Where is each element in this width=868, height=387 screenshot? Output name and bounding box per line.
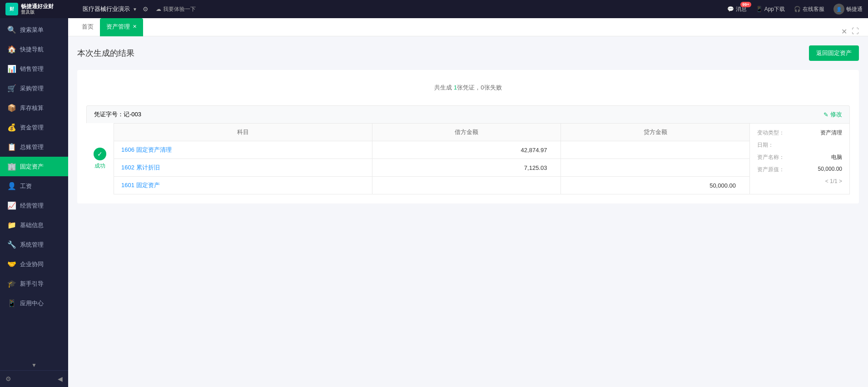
sidebar-item-ledger[interactable]: 📋 总账管理 — [0, 137, 68, 157]
sidebar-item-enterprise[interactable]: 🤝 企业协同 — [0, 254, 68, 274]
company-name: 医疗器械行业演示 — [83, 5, 130, 13]
company-selector[interactable]: 医疗器械行业演示 ▼ — [83, 5, 137, 13]
trial-button[interactable]: ☁ 我要体验一下 — [156, 5, 196, 13]
page-content: 本次生成的结果 返回固定资产 共生成 1张凭证，0张失败 凭证字号：记-003 … — [68, 36, 868, 387]
building-icon: 🏢 — [7, 162, 15, 171]
pagination: < 1/1 > — [757, 178, 842, 184]
sidebar-scroll-down[interactable]: ▼ — [0, 360, 68, 370]
voucher-header: 凭证字号：记-003 ✎ 修改 — [86, 105, 850, 123]
change-type-value: 资产清理 — [820, 129, 842, 137]
sidebar-item-guide[interactable]: 🎓 新手引导 — [0, 274, 68, 293]
close-panel-icon[interactable]: ✕ — [841, 27, 847, 36]
sidebar-label-fixed-assets: 固定资产 — [20, 163, 44, 171]
cell-credit-2 — [561, 159, 750, 177]
tab-home[interactable]: 首页 — [75, 18, 100, 36]
tab-home-label: 首页 — [82, 23, 94, 31]
pagination-text[interactable]: < 1/1 > — [825, 178, 842, 184]
graduate-icon: 🎓 — [7, 279, 15, 288]
sidebar-label-search: 搜索菜单 — [20, 26, 44, 34]
apps-icon: 📱 — [7, 299, 15, 308]
sidebar-label-ledger: 总账管理 — [20, 143, 44, 151]
success-icon: ✓ — [94, 148, 106, 160]
box-icon: 📦 — [7, 104, 15, 112]
sidebar-item-search[interactable]: 🔍 搜索菜单 — [0, 20, 68, 40]
message-badge: 99+ — [740, 2, 751, 7]
sidebar-menu: 🔍 搜索菜单 🏠 快捷导航 📊 销售管理 🛒 采购管理 📦 库存核算 💰 — [0, 18, 68, 360]
message-button[interactable]: 💬 消息 99+ — [727, 5, 747, 13]
sidebar-item-basic-info[interactable]: 📁 基础信息 — [0, 215, 68, 235]
user-area[interactable]: 👤 畅捷通 — [833, 4, 863, 15]
headset-icon: 🎧 — [794, 6, 801, 12]
asset-name-label: 资产名称： — [757, 154, 784, 161]
trial-label: 我要体验一下 — [163, 5, 196, 13]
sidebar-item-system[interactable]: 🔧 系统管理 — [0, 235, 68, 254]
asset-name-value: 电脑 — [831, 154, 842, 161]
col-debit: 借方金额 — [372, 124, 561, 141]
collapse-icon[interactable]: ◀ — [58, 375, 63, 382]
tab-assets-mgmt[interactable]: 资产管理 ✕ — [100, 18, 143, 36]
app-download-button[interactable]: 📱 App下载 — [756, 5, 785, 13]
table-header-row: 科目 借方金额 贷方金额 — [114, 124, 750, 141]
voucher-table: 科目 借方金额 贷方金额 1606 固定资产清理 42,874.97 — [114, 123, 750, 194]
sidebar-item-operation[interactable]: 📈 经营管理 — [0, 196, 68, 215]
logo-title: 畅捷通好业财 — [21, 3, 54, 10]
main-layout: 🔍 搜索菜单 🏠 快捷导航 📊 销售管理 🛒 采购管理 📦 库存核算 💰 — [0, 18, 868, 387]
date-label: 日期： — [757, 141, 774, 149]
sidebar-item-sales[interactable]: 📊 销售管理 — [0, 59, 68, 79]
person-icon: 👤 — [7, 182, 15, 190]
cloud-icon: ☁ — [156, 6, 161, 12]
row-with-status: ✓ 成功 科目 借方金额 贷方金额 — [86, 123, 750, 194]
sidebar-footer: ⚙ ◀ — [0, 370, 68, 387]
sidebar-label-inventory: 库存核算 — [20, 104, 44, 112]
sidebar-item-finance[interactable]: 💰 资金管理 — [0, 118, 68, 137]
sidebar-label-operation: 经营管理 — [20, 202, 44, 210]
gear-icon[interactable]: ⚙ — [5, 375, 11, 382]
expand-panel-icon[interactable]: ⛶ — [852, 27, 859, 36]
sidebar-label-guide: 新手引导 — [20, 280, 44, 288]
online-service-label: 在线客服 — [803, 5, 824, 13]
sidebar-item-quick-nav[interactable]: 🏠 快捷导航 — [0, 40, 68, 59]
info-change-type: 变动类型： 资产清理 — [757, 129, 842, 137]
cell-debit-3 — [372, 177, 561, 194]
sidebar-item-salary[interactable]: 👤 工资 — [0, 176, 68, 196]
online-service-button[interactable]: 🎧 在线客服 — [794, 5, 824, 13]
logo-area: 财 畅捷通好业财 普及版 — [5, 3, 74, 15]
page-title-row: 本次生成的结果 返回固定资产 — [77, 45, 859, 61]
top-header: 财 畅捷通好业财 普及版 医疗器械行业演示 ▼ ⚙ ☁ 我要体验一下 💬 消息 … — [0, 0, 868, 18]
edit-button[interactable]: ✎ 修改 — [823, 110, 842, 119]
table-main-area: ✓ 成功 科目 借方金额 贷方金额 — [86, 123, 850, 194]
chevron-down-icon: ▼ — [133, 7, 137, 12]
info-date: 日期： — [757, 141, 842, 149]
return-button[interactable]: 返回固定资产 — [809, 45, 859, 61]
sidebar-item-purchase[interactable]: 🛒 采购管理 — [0, 79, 68, 98]
status-label: 成功 — [94, 162, 105, 170]
summary-text-mid: 张凭证， — [457, 84, 481, 91]
sidebar-label-sales: 销售管理 — [20, 65, 44, 73]
page-title: 本次生成的结果 — [77, 48, 134, 59]
info-original-value: 资产原值： 50,000.00 — [757, 166, 842, 174]
tabs-bar: 首页 资产管理 ✕ — [68, 18, 868, 36]
sidebar-item-inventory[interactable]: 📦 库存核算 — [0, 98, 68, 118]
cell-debit-1: 42,874.97 — [372, 141, 561, 159]
sidebar-label-enterprise: 企业协同 — [20, 260, 44, 268]
result-panel: 共生成 1张凭证，0张失败 凭证字号：记-003 ✎ 修改 — [77, 70, 859, 203]
table-left: ✓ 成功 科目 借方金额 贷方金额 — [86, 123, 750, 194]
cell-credit-3: 50,000.00 — [561, 177, 750, 194]
settings-icon[interactable]: ⚙ — [143, 5, 149, 13]
cell-subject-3: 1601 固定资产 — [114, 177, 372, 194]
avatar: 👤 — [833, 4, 844, 15]
voucher-number: 凭证字号：记-003 — [94, 110, 141, 119]
cell-credit-1 — [561, 141, 750, 159]
sidebar-item-fixed-assets[interactable]: 🏢 固定资产 — [0, 157, 68, 176]
summary-text-suffix: 张失败 — [484, 84, 502, 91]
cart-icon: 🛒 — [7, 84, 15, 93]
panel-controls: ✕ ⛶ — [841, 27, 859, 36]
side-info-panel: 变动类型： 资产清理 日期： 资产名称： 电脑 资产原值： — [750, 123, 850, 194]
tab-close-icon[interactable]: ✕ — [133, 24, 137, 30]
username: 畅捷通 — [846, 5, 863, 13]
info-asset-name: 资产名称： 电脑 — [757, 154, 842, 161]
table-row: 1601 固定资产 50,000.00 — [114, 177, 750, 194]
message-icon: 💬 — [727, 6, 734, 12]
sidebar-item-app-center[interactable]: 📱 应用中心 — [0, 293, 68, 313]
cell-subject-2: 1602 累计折旧 — [114, 159, 372, 177]
